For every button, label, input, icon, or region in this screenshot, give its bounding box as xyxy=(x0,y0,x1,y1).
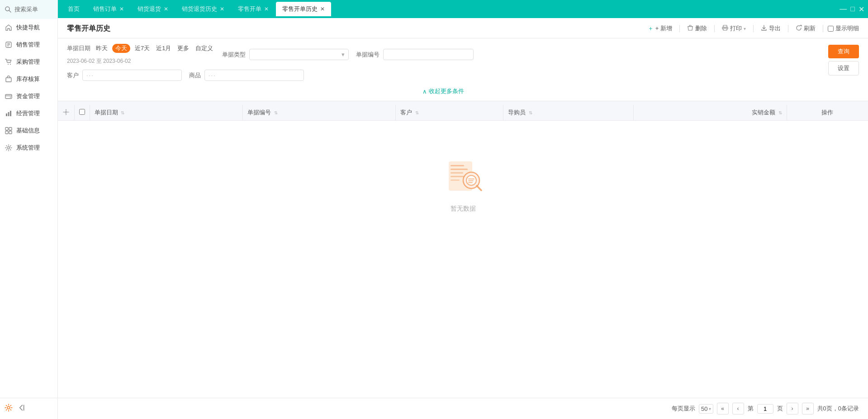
svg-rect-17 xyxy=(9,131,12,134)
product-label: 商品 xyxy=(189,71,201,80)
refresh-icon xyxy=(796,25,802,33)
date-opt-today[interactable]: 今天 xyxy=(112,44,130,53)
svg-rect-12 xyxy=(8,112,9,116)
print-icon xyxy=(722,25,728,33)
sidebar-item-inventory[interactable]: 库存核算 xyxy=(0,71,57,88)
total-records: 共0页，0条记录 xyxy=(817,405,859,413)
window-controls: — □ ✕ xyxy=(840,5,864,14)
svg-rect-27 xyxy=(451,169,468,170)
tab-close-sales-return-history[interactable]: ✕ xyxy=(220,6,224,12)
date-opt-7days[interactable]: 近7天 xyxy=(133,44,152,53)
last-page-button[interactable]: » xyxy=(802,403,814,414)
maximize-button[interactable]: □ xyxy=(850,5,855,13)
date-opt-1month[interactable]: 近1月 xyxy=(154,44,173,53)
sidebar-item-purchase-mgmt[interactable]: 采购管理 xyxy=(0,53,57,71)
data-table: 单据日期 ⇅ 单据编号 ⇅ 客户 ⇅ 导购员 ⇅ xyxy=(58,105,868,249)
add-button[interactable]: ＋ + 新增 xyxy=(645,23,675,34)
close-button[interactable]: ✕ xyxy=(859,5,864,14)
th-customer[interactable]: 客户 ⇅ xyxy=(396,105,503,121)
number-input[interactable] xyxy=(383,49,474,60)
tab-close-retail-open-history[interactable]: ✕ xyxy=(320,6,325,12)
sidebar-item-sys-mgmt[interactable]: 系统管理 xyxy=(0,139,57,156)
wallet-icon xyxy=(5,92,13,100)
chart-icon xyxy=(5,109,13,118)
th-number[interactable]: 单据编号 ⇅ xyxy=(242,105,395,121)
th-checkbox[interactable] xyxy=(74,105,90,121)
svg-point-10 xyxy=(10,97,11,98)
svg-point-24 xyxy=(65,111,67,113)
query-button[interactable]: 查询 xyxy=(828,45,859,58)
select-all-checkbox[interactable] xyxy=(79,109,85,115)
tab-sales-order[interactable]: 销售订单 ✕ xyxy=(87,2,130,16)
date-opt-custom[interactable]: 自定义 xyxy=(194,44,215,53)
svg-rect-28 xyxy=(451,172,463,174)
print-button[interactable]: 打印 ▾ xyxy=(719,23,749,34)
tab-sales-return-history[interactable]: 销货退货历史 ✕ xyxy=(175,2,231,16)
delete-button[interactable]: 删除 xyxy=(684,23,710,34)
svg-rect-26 xyxy=(451,165,464,166)
tab-retail-open-history[interactable]: 零售开单历史 ✕ xyxy=(276,2,331,16)
svg-rect-13 xyxy=(10,111,11,116)
display-detail-checkbox[interactable] xyxy=(828,26,834,32)
refresh-button[interactable]: 刷新 xyxy=(793,23,818,34)
sidebar-item-basic-info[interactable]: 基础信息 xyxy=(0,122,57,139)
next-page-button[interactable]: › xyxy=(787,403,798,414)
sidebar-search[interactable]: 搜索采单 xyxy=(0,0,57,19)
sort-customer-icon: ⇅ xyxy=(415,110,419,115)
toolbar-divider-3 xyxy=(753,25,754,32)
filter-row-2: 客户 ··· 商品 ··· xyxy=(67,70,819,81)
svg-rect-21 xyxy=(688,26,693,27)
filter-main: 单据日期 昨天 今天 近7天 近1月 更多 自定义 202 xyxy=(67,44,859,97)
settings-bottom-icon[interactable] xyxy=(5,404,13,414)
per-page-select[interactable]: 50 ▾ xyxy=(699,404,713,414)
cart-icon xyxy=(5,58,13,66)
display-detail-checkbox-label[interactable]: 显示明细 xyxy=(828,24,859,33)
sort-date-icon: ⇅ xyxy=(121,110,124,115)
per-page-label: 每页显示 xyxy=(672,405,695,413)
customer-input[interactable]: ··· xyxy=(82,70,182,81)
per-page-arrow: ▾ xyxy=(709,406,711,411)
type-label: 单据类型 xyxy=(222,51,246,59)
sidebar-item-quick-nav[interactable]: 快捷导航 xyxy=(0,19,57,36)
page-header: 零售开单历史 ＋ + 新增 删除 打印 xyxy=(58,18,868,38)
tab-close-sales-return[interactable]: ✕ xyxy=(164,6,168,12)
page-suffix: 页 xyxy=(777,405,783,413)
toolbar-divider-4 xyxy=(788,25,788,32)
th-guide[interactable]: 导购员 ⇅ xyxy=(503,105,634,121)
customer-label: 客户 xyxy=(67,71,79,80)
th-amount[interactable]: 实销金额 ⇅ xyxy=(634,105,787,121)
collapse-button[interactable]: ∧ 收起更多条件 xyxy=(67,85,819,97)
tab-retail-open[interactable]: 零售开单 ✕ xyxy=(232,2,275,16)
th-settings[interactable] xyxy=(58,105,74,121)
filter-settings-button[interactable]: 设置 xyxy=(828,61,859,75)
product-input[interactable]: ··· xyxy=(204,70,304,81)
print-arrow-icon: ▾ xyxy=(744,26,746,31)
date-opt-yesterday[interactable]: 昨天 xyxy=(94,44,109,53)
collapse-sidebar-icon[interactable] xyxy=(17,404,25,414)
sidebar-item-finance-mgmt[interactable]: 资金管理 xyxy=(0,88,57,105)
svg-rect-16 xyxy=(5,131,8,134)
prev-page-button[interactable]: ‹ xyxy=(732,403,744,414)
date-label: 单据日期 xyxy=(67,44,90,52)
svg-rect-9 xyxy=(5,94,12,99)
sidebar: 搜索采单 快捷导航 销售管理 采购管理 库存核算 资金管理 经营管理 xyxy=(0,0,58,419)
search-label: 搜索采单 xyxy=(14,5,38,14)
type-select[interactable]: ▾ xyxy=(249,49,349,60)
page-number-input[interactable] xyxy=(757,404,773,414)
sidebar-item-sales-mgmt[interactable]: 销售管理 xyxy=(0,36,57,53)
sidebar-item-ops-mgmt[interactable]: 经营管理 xyxy=(0,105,57,122)
tab-close-retail-open[interactable]: ✕ xyxy=(264,6,269,12)
toolbar-divider-2 xyxy=(714,25,715,32)
toolbar: ＋ + 新增 删除 打印 ▾ xyxy=(645,23,859,34)
export-button[interactable]: 导出 xyxy=(758,23,783,34)
tab-home[interactable]: 首页 xyxy=(62,2,86,16)
tab-close-sales-order[interactable]: ✕ xyxy=(119,6,124,12)
date-opt-more[interactable]: 更多 xyxy=(175,44,191,53)
minimize-button[interactable]: — xyxy=(840,5,847,13)
sidebar-item-label: 系统管理 xyxy=(16,144,40,152)
first-page-button[interactable]: « xyxy=(717,403,729,414)
filter-fields: 单据日期 昨天 今天 近7天 近1月 更多 自定义 202 xyxy=(67,44,819,97)
content-area: 零售开单历史 ＋ + 新增 删除 打印 xyxy=(58,18,868,419)
th-date[interactable]: 单据日期 ⇅ xyxy=(90,105,242,121)
tab-sales-return[interactable]: 销货退货 ✕ xyxy=(131,2,175,16)
